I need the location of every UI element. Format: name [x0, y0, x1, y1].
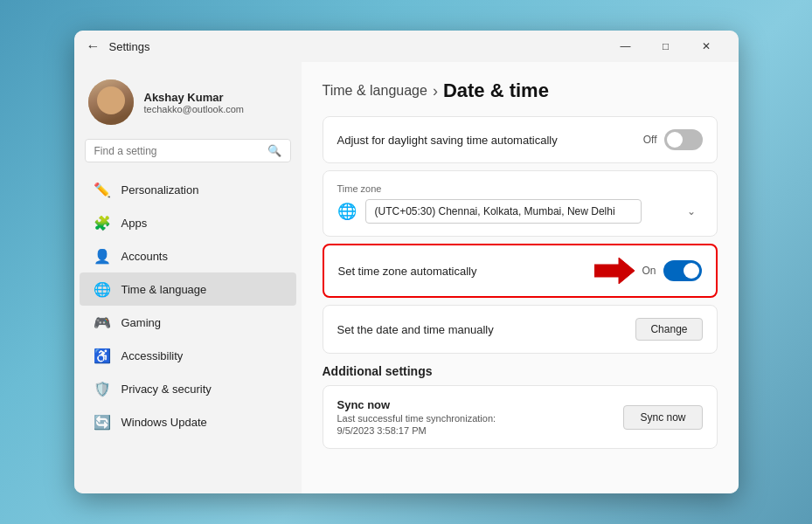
- sidebar-item-label: Time & language: [121, 283, 207, 296]
- sync-info: Sync now Last successful time synchroniz…: [337, 398, 496, 436]
- daylight-state-label: Off: [643, 134, 657, 146]
- sync-subtitle: Last successful time synchronization:: [337, 413, 496, 424]
- manual-date-label: Set the date and time manually: [337, 323, 494, 336]
- user-info: Akshay Kumar techakko@outlook.com: [144, 91, 245, 114]
- sync-card: Sync now Last successful time synchroniz…: [323, 385, 718, 449]
- settings-window: ← Settings — □ ✕ Akshay Kumar techakko@o…: [74, 31, 739, 493]
- daylight-toggle[interactable]: [664, 129, 703, 150]
- sidebar-item-gaming[interactable]: 🎮 Gaming: [80, 306, 296, 339]
- search-icon: 🔍: [267, 144, 281, 157]
- timezone-select[interactable]: (UTC+05:30) Chennai, Kolkata, Mumbai, Ne…: [365, 199, 642, 224]
- sync-datetime: 9/5/2023 3:58:17 PM: [337, 425, 496, 436]
- sidebar-item-label: Windows Update: [121, 416, 207, 429]
- arrow-svg: [594, 258, 635, 284]
- timezone-row: 🌐 (UTC+05:30) Chennai, Kolkata, Mumbai, …: [337, 199, 703, 224]
- daylight-toggle-container: Off: [643, 129, 703, 150]
- search-input[interactable]: [94, 145, 260, 157]
- titlebar: ← Settings — □ ✕: [74, 31, 739, 62]
- breadcrumb-current: Date & time: [443, 79, 549, 102]
- toggle-thumb: [667, 132, 683, 148]
- avatar-face: [97, 86, 125, 114]
- time-icon: 🌐: [94, 280, 111, 298]
- set-tz-state-label: On: [642, 265, 656, 277]
- avatar-image: [88, 79, 134, 125]
- user-email: techakko@outlook.com: [144, 104, 245, 114]
- sidebar: Akshay Kumar techakko@outlook.com 🔍 ✏️ P…: [74, 62, 302, 493]
- manual-date-row: Set the date and time manually Change: [323, 305, 718, 354]
- maximize-button[interactable]: □: [646, 32, 686, 60]
- sidebar-item-label: Gaming: [121, 316, 162, 329]
- apps-icon: 🧩: [94, 214, 111, 231]
- timezone-heading: Time zone: [337, 183, 703, 194]
- avatar: [88, 79, 134, 125]
- set-tz-auto-label: Set time zone automatically: [338, 265, 477, 278]
- sidebar-item-apps[interactable]: 🧩 Apps: [80, 206, 296, 239]
- daylight-label: Adjust for daylight saving time automati…: [337, 134, 558, 147]
- breadcrumb-parent: Time & language: [323, 83, 427, 99]
- window-controls: — □ ✕: [606, 32, 726, 60]
- minimize-button[interactable]: —: [606, 32, 646, 60]
- sidebar-item-privacy[interactable]: 🛡️ Privacy & security: [80, 372, 296, 405]
- timezone-card: Time zone 🌐 (UTC+05:30) Chennai, Kolkata…: [323, 170, 718, 237]
- globe-icon: 🌐: [337, 202, 357, 221]
- sidebar-item-time[interactable]: 🌐 Time & language: [80, 272, 296, 306]
- sidebar-item-accessibility[interactable]: ♿ Accessibility: [80, 339, 296, 372]
- timezone-select-wrap: (UTC+05:30) Chennai, Kolkata, Mumbai, Ne…: [365, 199, 703, 224]
- daylight-card: Adjust for daylight saving time automati…: [323, 116, 718, 163]
- accessibility-icon: ♿: [94, 347, 111, 364]
- set-tz-auto-card: Set time zone automatically On: [323, 244, 718, 298]
- accounts-icon: 👤: [94, 247, 111, 265]
- additional-heading: Additional settings: [323, 364, 718, 378]
- arrow-indicator: On: [594, 258, 701, 284]
- sidebar-item-label: Accounts: [121, 250, 168, 263]
- toggle-thumb: [684, 263, 699, 279]
- update-icon: 🔄: [94, 413, 111, 431]
- main-layout: Akshay Kumar techakko@outlook.com 🔍 ✏️ P…: [74, 62, 739, 493]
- set-tz-auto-toggle[interactable]: [663, 260, 702, 281]
- personalization-icon: ✏️: [94, 181, 111, 198]
- content-area: Time & language › Date & time Adjust for…: [302, 62, 739, 493]
- privacy-icon: 🛡️: [94, 380, 111, 397]
- gaming-icon: 🎮: [94, 314, 111, 331]
- sidebar-item-accounts[interactable]: 👤 Accounts: [80, 239, 296, 272]
- user-name: Akshay Kumar: [144, 91, 245, 104]
- change-button[interactable]: Change: [635, 318, 702, 341]
- sidebar-item-label: Privacy & security: [121, 383, 212, 396]
- sidebar-item-label: Apps: [121, 217, 148, 230]
- sidebar-item-update[interactable]: 🔄 Windows Update: [80, 405, 296, 438]
- back-button[interactable]: ←: [87, 38, 101, 54]
- daylight-row: Adjust for daylight saving time automati…: [323, 117, 717, 162]
- sync-now-button[interactable]: Sync now: [623, 405, 702, 430]
- close-button[interactable]: ✕: [686, 32, 726, 60]
- user-profile[interactable]: Akshay Kumar techakko@outlook.com: [74, 71, 302, 139]
- breadcrumb-separator: ›: [433, 82, 438, 100]
- sidebar-item-label: Personalization: [121, 183, 199, 196]
- set-tz-auto-row: Set time zone automatically On: [324, 245, 716, 296]
- sidebar-item-personalization[interactable]: ✏️ Personalization: [80, 173, 296, 206]
- sidebar-item-label: Accessibility: [121, 349, 184, 362]
- window-title: Settings: [109, 40, 150, 53]
- svg-marker-0: [594, 258, 635, 284]
- breadcrumb: Time & language › Date & time: [323, 79, 718, 102]
- sync-title: Sync now: [337, 398, 496, 411]
- search-box[interactable]: 🔍: [85, 139, 291, 162]
